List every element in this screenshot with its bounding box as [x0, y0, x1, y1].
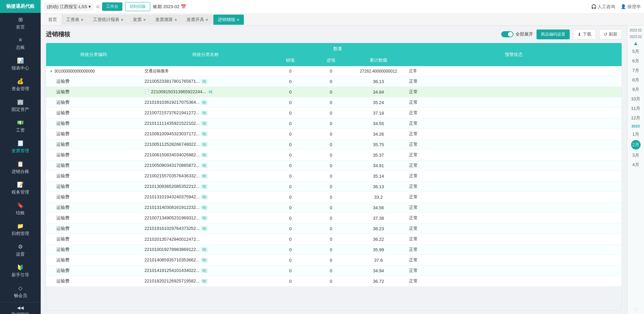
row-name: 运输费 [46, 160, 141, 171]
settings-icon: ⚙ [18, 243, 23, 250]
tab-payroll[interactable]: 工资表 ✕ [62, 15, 88, 25]
unit-tag: 吨 [201, 226, 208, 231]
row-code: 221013101943240375942... 吨 [141, 192, 270, 202]
row-status: 正常 [406, 192, 622, 202]
month-9[interactable]: 9月 [627, 85, 644, 94]
month-6[interactable]: 6月 [627, 57, 644, 65]
row-input: 0 [311, 171, 351, 181]
topbar: (勿动) 江西报宝-LSS ▾ ⧉ 工作台 切到旧版 账期 2023-02 📅 … [41, 0, 644, 14]
reports-icon: 📊 [17, 57, 24, 64]
row-input: 0 [311, 255, 351, 266]
sidebar-item-settlement[interactable]: 🔖 结账 [0, 199, 41, 219]
month-10[interactable]: 10月 [627, 95, 644, 103]
copy-icon[interactable]: ⧉ [96, 4, 99, 9]
close-tab-payroll[interactable]: ✕ [81, 18, 83, 22]
sidebar-item-invoice-mgmt[interactable]: 🧾 发票管理 [0, 137, 41, 157]
sidebar-item-archive[interactable]: 📁 归档管理 [0, 219, 41, 240]
unit-tag: 吨 [201, 247, 208, 252]
sidebar-item-guide[interactable]: 🔰 新手引导 [0, 261, 41, 281]
row-status: 正常 [406, 234, 622, 244]
toggle-switch[interactable] [501, 31, 513, 37]
row-sales: 0 [270, 213, 311, 223]
sidebar-item-home[interactable]: ⊞ 首页 [0, 13, 41, 34]
row-total: 34.26 [351, 129, 406, 139]
month-5[interactable]: 5月 [627, 47, 644, 56]
support-button[interactable]: 🎧 人工咨询 [591, 4, 616, 10]
row-name: 运输费 [46, 150, 141, 160]
unit-tag: 吨 [201, 268, 208, 273]
sidebar-item-purchase-sales[interactable]: 📋 进销台账 [0, 157, 41, 178]
download-icon: ⬇ [578, 32, 581, 37]
row-sales: 0 [270, 160, 311, 171]
sidebar-item-label: 结账 [16, 210, 25, 216]
main-area: (勿动) 江西报宝-LSS ▾ ⧉ 工作台 切到旧版 账期 2023-02 📅 … [41, 0, 644, 314]
tab-sales-check[interactable]: 进销稽核 ✕ [213, 15, 244, 25]
row-total: 37.6 [351, 255, 406, 266]
row-total: 36.13 [351, 181, 406, 192]
month-3[interactable]: 3月 [627, 151, 644, 160]
row-code: 221014085935710353662... 吨 [141, 255, 270, 266]
sidebar-item-member[interactable]: ◇ 畅会员 [0, 281, 41, 302]
month-8[interactable]: 8月 [627, 76, 644, 84]
row-input: 0 [311, 97, 351, 108]
sidebar-item-reports[interactable]: 📊 报表中心 [0, 54, 41, 75]
download-button[interactable]: ⬇ 下载 [573, 29, 596, 39]
sidebar-item-funds[interactable]: 💰 资金管理 [0, 75, 41, 95]
settings-button[interactable]: 商品编码设置 [536, 30, 570, 39]
refresh-button[interactable]: ↺ 刷新 [599, 29, 622, 39]
row-code: 221020135742940012472... [141, 234, 270, 244]
row-status: 正常 [406, 276, 622, 287]
sidebar-item-assets[interactable]: 🏢 固定资产 [0, 95, 41, 116]
row-input: 0 [311, 213, 351, 223]
close-tab-invoice-calc[interactable]: ✕ [174, 18, 177, 22]
month-2[interactable]: 2月 [631, 140, 641, 150]
unit-tag: 吨 [201, 132, 208, 136]
month-1[interactable]: 1月 [627, 130, 644, 139]
ledger-icon: ≡ [19, 37, 22, 43]
calendar-icon[interactable]: 📅 [181, 4, 186, 9]
period-display: 账期 2023-02 📅 [153, 4, 186, 10]
row-input: 0 [311, 76, 351, 87]
sidebar-item-tax[interactable]: 📝 税务管理 [0, 178, 41, 199]
row-name: 运输费 [46, 97, 141, 108]
row-code: 221007134905231969312... 吨 [141, 213, 270, 223]
close-tab-payroll-stats[interactable]: ✕ [121, 18, 123, 22]
tab-invoice-open[interactable]: 发票开具 ✕ [182, 15, 213, 25]
header-code: 税收分类编码 [46, 43, 141, 66]
row-code: 221010019278983869122... 吨 [141, 244, 270, 255]
sidebar-unpin[interactable]: ◀◀ 取消固定 [0, 302, 41, 314]
sidebar-item-salary[interactable]: 💵 工资 [0, 116, 41, 137]
row-status: 正常 [406, 171, 622, 181]
tab-invoice[interactable]: 发票 ✕ [129, 15, 150, 25]
tab-home[interactable]: 首页 [44, 15, 61, 25]
scroll-up-icon[interactable]: ▲ [633, 40, 639, 46]
close-tab-sales-check[interactable]: ✕ [237, 18, 239, 22]
row-status: 正常 [406, 87, 622, 97]
assets-icon: 🏢 [17, 99, 24, 105]
sidebar-item-label: 税务管理 [12, 189, 29, 195]
month-12[interactable]: 12月 [627, 114, 644, 122]
switch-old-button[interactable]: 切到旧版 [125, 2, 150, 11]
sidebar-item-label: 进销台账 [12, 169, 29, 175]
month-7[interactable]: 7月 [627, 66, 644, 75]
close-tab-invoice[interactable]: ✕ [143, 18, 146, 22]
tab-invoice-calc[interactable]: 发票测算 ✕ [151, 15, 181, 25]
row-total: 34.84 [351, 87, 406, 97]
content-area: 进销稽核 全部展开 商品编码设置 ⬇ 下载 ↺ 刷新 [41, 26, 644, 314]
month-11[interactable]: 11月 [627, 104, 644, 113]
sidebar-item-ledger[interactable]: ≡ 总账 [0, 34, 41, 54]
user-avatar[interactable]: 👤 徐澄华 [621, 4, 641, 10]
row-total: 34.55 [351, 118, 406, 129]
tab-payroll-stats[interactable]: 工资统计报表 ✕ [89, 15, 128, 25]
month-4[interactable]: 4月 [627, 160, 644, 169]
workbench-button[interactable]: 工作台 [102, 2, 122, 11]
sidebar-item-settings[interactable]: ⚙ 设置 [0, 240, 41, 261]
heart-icon[interactable]: ♡ [632, 306, 640, 314]
row-name: 运输费 [46, 171, 141, 181]
close-tab-invoice-open[interactable]: ✕ [206, 18, 208, 22]
row-total: 33.2 [351, 192, 406, 202]
toggle-label: 全部展开 [515, 31, 533, 37]
toggle-expand[interactable]: 全部展开 [501, 31, 533, 37]
expand-icon[interactable]: ▼ [50, 70, 53, 73]
company-selector[interactable]: (勿动) 江西报宝-LSS ▾ [44, 3, 94, 11]
